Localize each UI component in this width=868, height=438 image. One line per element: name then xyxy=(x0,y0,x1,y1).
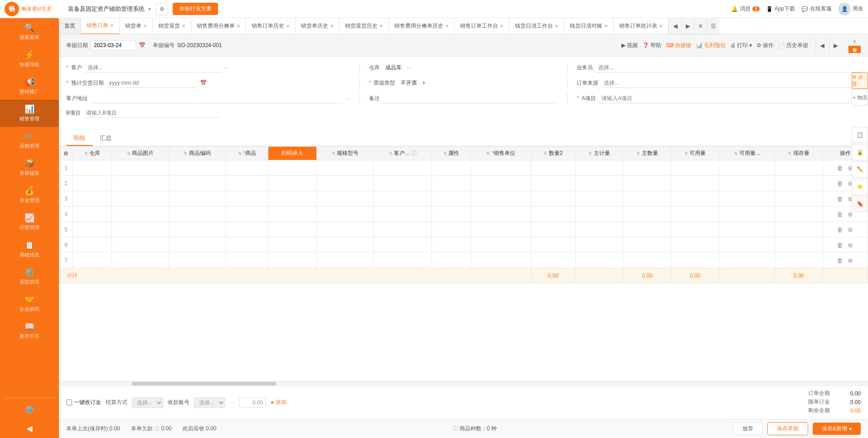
product-count-icon[interactable]: ⓘ xyxy=(453,425,458,432)
content-tab-summary[interactable]: 汇总 xyxy=(92,131,119,146)
calendar-icon[interactable]: 📅 xyxy=(139,42,145,48)
float-btn-5[interactable]: 🔖 xyxy=(852,196,868,212)
ellipsis-account[interactable]: ··· xyxy=(230,399,234,406)
th-attr[interactable]: ⇅ 属性 xyxy=(432,147,470,160)
row-6-copy[interactable]: ⊕ xyxy=(846,241,855,250)
sidebar-item-basicinfo[interactable]: 📋 基础信息 xyxy=(0,236,59,263)
row-2-current[interactable] xyxy=(775,176,823,191)
th-product[interactable]: ⇅ *商品 xyxy=(226,147,268,160)
tab-menu-button[interactable]: ☰ xyxy=(707,18,719,34)
th-qty2[interactable]: ⇅ 数量2 xyxy=(531,147,575,160)
invoice-dropdown-icon[interactable]: ▾ xyxy=(422,80,425,86)
row-1-image[interactable] xyxy=(112,160,169,176)
sidebar-item-collapse[interactable]: ◀ xyxy=(0,419,59,438)
row-2-unit[interactable] xyxy=(471,176,531,191)
side-setting-button[interactable]: ⚙ 设置 xyxy=(852,72,868,89)
row-5-copy[interactable]: ⊕ xyxy=(846,225,855,234)
sidebar-item-quicknav[interactable]: ⚡ 快捷导航 xyxy=(0,45,59,72)
tab-sales-return-history[interactable]: 销货退货历史 ✕ xyxy=(339,18,389,34)
row-1-spec[interactable] xyxy=(317,160,374,176)
row-2-scan[interactable] xyxy=(268,176,317,191)
row-2-mainqty[interactable] xyxy=(623,176,671,191)
address-input[interactable] xyxy=(91,94,342,103)
salesperson-input[interactable] xyxy=(596,63,861,72)
sidebar-item-settings[interactable]: ⚙️ xyxy=(0,400,59,419)
row-2-available2[interactable] xyxy=(719,176,775,191)
row-7-delete[interactable]: 🗑 xyxy=(835,256,844,265)
row-2-mainunit[interactable] xyxy=(575,176,623,191)
sidebar-item-system[interactable]: ⚙️ 系统管理 xyxy=(0,263,59,290)
project-b-input[interactable] xyxy=(83,108,219,118)
account-select[interactable]: 选择... xyxy=(194,397,225,408)
tab-stats-close[interactable]: ✕ xyxy=(659,24,663,29)
pay-method-select[interactable]: 选择... xyxy=(132,397,163,408)
warehouse-more[interactable]: ··· xyxy=(407,64,412,71)
tab-sales-order-close[interactable]: ✕ xyxy=(110,23,114,28)
row-6-delete[interactable]: 🗑 xyxy=(835,241,844,250)
layout-top-button[interactable]: ≡ xyxy=(848,38,861,45)
tab-order-workbench[interactable]: 销售订单工作台 ✕ xyxy=(455,18,509,34)
project-a-input[interactable] xyxy=(599,94,861,103)
tab-reconcile[interactable]: 钱货日清对账 ✕ xyxy=(564,18,614,34)
sidebar-item-search[interactable]: 🔍 搜索菜单 xyxy=(0,18,59,45)
remark-input[interactable] xyxy=(383,94,558,103)
th-code[interactable]: ⇅ 商品编码 xyxy=(169,147,226,160)
th-image[interactable]: ⇅ 商品图片 xyxy=(112,147,169,160)
float-btn-2[interactable]: 🔒 xyxy=(852,144,868,160)
th-main-unit[interactable]: ⇅ 主计量 xyxy=(575,147,623,160)
th-spec[interactable]: ⇅ 规格型号 xyxy=(317,147,374,160)
tab-expense-history[interactable]: 销售费用分摊单历史 ✕ xyxy=(389,18,455,34)
row-1-warehouse[interactable] xyxy=(73,160,112,176)
th-warehouse[interactable]: ⇅ 仓库 xyxy=(73,147,112,160)
tab-stats[interactable]: 销售订单统计表 ✕ xyxy=(614,18,669,34)
notification-item[interactable]: 🔔 消息 9 xyxy=(731,5,760,13)
sidebar-item-operations[interactable]: 📈 经营管理 xyxy=(0,208,59,236)
row-3-warehouse[interactable] xyxy=(73,191,112,207)
row-2-attr[interactable] xyxy=(432,176,470,191)
row-1-available[interactable] xyxy=(671,160,719,176)
tab-sales-order-history[interactable]: 销售订单历史 ✕ xyxy=(246,18,296,34)
float-btn-4[interactable]: ⭐ xyxy=(852,178,868,195)
tab-sales-expense[interactable]: 销售费用分摊单 ✕ xyxy=(191,18,246,34)
sidebar-item-sales[interactable]: 📊 销售管理 xyxy=(0,100,59,127)
th-scan[interactable]: 扫码录入 xyxy=(268,147,317,160)
tab-close-all-button[interactable]: ✕ xyxy=(694,18,707,34)
add-payment-button[interactable]: ● 添加 xyxy=(271,399,286,406)
save-new-arrow[interactable]: ▾ xyxy=(849,426,852,432)
auto-payment-checkbox[interactable]: 一键收订金 xyxy=(66,399,101,406)
date-input[interactable] xyxy=(91,40,136,50)
save-new-button[interactable]: 保存&新增 ▾ xyxy=(813,423,861,435)
gear-button[interactable]: ⚙ xyxy=(155,3,168,15)
row-2-qty2[interactable] xyxy=(531,176,575,191)
tab-sales-invoice-history[interactable]: 销货单历史 ✕ xyxy=(296,18,339,34)
th-available[interactable]: ⇅ 可用量 xyxy=(671,147,719,160)
app-download-item[interactable]: 📱 App下载 xyxy=(766,5,795,13)
row-1-delete[interactable]: 🗑 xyxy=(835,164,844,173)
shortcut-action[interactable]: ⌨ 快捷键 xyxy=(666,42,691,49)
industry-button[interactable]: 体验行业方案 xyxy=(173,3,218,15)
tab-order-workbench-close[interactable]: ✕ xyxy=(500,24,504,29)
order-source-input[interactable] xyxy=(601,78,855,88)
row-1-mainunit[interactable] xyxy=(575,160,623,176)
row-1-product[interactable] xyxy=(226,160,268,176)
th-settings[interactable]: ⚙ xyxy=(59,147,73,160)
tab-sales-return-close[interactable]: ✕ xyxy=(182,24,185,29)
calendar2-icon[interactable]: 📅 xyxy=(200,80,207,86)
online-service-item[interactable]: 💬 在线客服 xyxy=(801,5,832,13)
tab-next-button[interactable]: ▶ xyxy=(681,18,694,34)
row-2-warehouse[interactable] xyxy=(73,176,112,191)
profit-action[interactable]: 📊 毛利预估 xyxy=(696,42,726,49)
info-icon[interactable]: ⓘ xyxy=(411,150,417,156)
row-1-attr[interactable] xyxy=(432,160,470,176)
video-action[interactable]: ▶ 视频 xyxy=(621,42,638,49)
delivery-date-input[interactable] xyxy=(107,78,197,88)
content-tab-detail[interactable]: 明细 xyxy=(66,131,92,146)
tab-sales-return[interactable]: 销货退货 ✕ xyxy=(153,18,191,34)
row-5-delete[interactable]: 🗑 xyxy=(835,225,844,234)
payment-amount-input[interactable] xyxy=(239,398,266,408)
tab-sales-invoice-history-close[interactable]: ✕ xyxy=(330,24,334,29)
row-2-delete[interactable]: 🗑 xyxy=(835,179,844,188)
row-3-delete[interactable]: 🗑 xyxy=(835,194,844,203)
row-2-available[interactable] xyxy=(671,176,719,191)
customer-more[interactable]: ··· xyxy=(223,64,229,71)
